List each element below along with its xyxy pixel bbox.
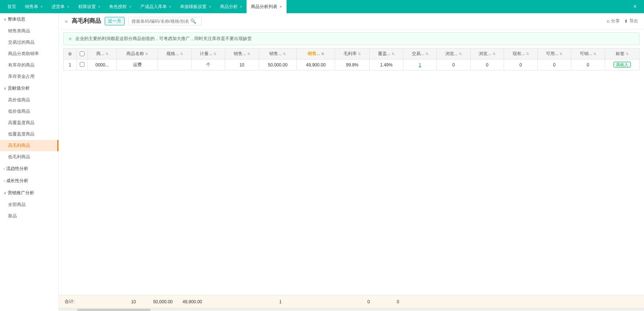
sidebar-item-low-coverage[interactable]: 低覆盖度商品 [0,129,58,140]
close-purchase-order[interactable]: × [67,4,69,9]
sort-name-icon[interactable]: ⇅ [145,52,148,56]
nav-purchase-order[interactable]: 进货单 × [47,0,73,13]
footer-empty4 [324,299,354,304]
sort-saleable-icon[interactable]: ⇅ [593,52,596,56]
col-tag[interactable]: 标签 ⇅ [605,48,639,59]
bottom-scrollbar[interactable] [59,308,644,311]
table-header-row: ⚙ 商... ⇅ 商品名称 [64,48,640,59]
sidebar-item-traded-goods[interactable]: 交易过的商品 [0,37,58,48]
row-transactions[interactable]: 1 [403,59,436,70]
info-banner: ✧ 企业的主要的利润都是这部分商品创造的，可考虑加大推广，同时关注库存是不要出现… [63,32,640,45]
row-checkbox[interactable] [80,62,84,67]
sort-current-icon[interactable]: ⇅ [526,52,529,56]
sort-transactions-icon[interactable]: ⇅ [425,52,428,56]
footer-transactions: 1 [266,299,295,304]
sidebar-group-overall[interactable]: ∨ 整体信息 [0,13,58,25]
nav-product-analysis[interactable]: 商品分析 × [216,0,247,13]
sidebar-group-contribution[interactable]: ∨ 贡献值分析 [0,82,58,94]
col-sales3[interactable]: 销售... ⇅ [297,48,335,59]
sort-code-icon[interactable]: ⇅ [105,52,108,56]
col-current[interactable]: 现有... ⇅ [504,48,537,59]
sidebar-item-inventory-capital[interactable]: 库存资金占用 [0,71,58,82]
row-available: 0 [537,59,571,70]
date-filter-button[interactable]: 近一月 [105,17,125,25]
sidebar-item-all-goods[interactable]: 全部商品 [0,199,58,210]
sidebar-item-category-rate[interactable]: 商品分类助销率 [0,48,58,59]
nav-permission-settings[interactable]: 权限设置 × [74,0,105,13]
col-sales1[interactable]: 销售... ⇅ [225,48,259,59]
col-transactions[interactable]: 交易... ⇅ [403,48,436,59]
col-settings[interactable]: ⚙ [64,48,77,59]
col-spec[interactable]: 规格... ⇅ [158,48,191,59]
footer-empty1 [207,299,236,304]
nav-product-analysis-list[interactable]: 商品分析列表 × [247,0,286,13]
col-browse2[interactable]: 浏览... ⇅ [470,48,504,59]
search-icon[interactable]: 🔍 [190,18,196,24]
col-browse1[interactable]: 浏览... ⇅ [437,48,470,59]
col-gross-rate[interactable]: 毛利率 ⇅ [335,48,370,59]
banner-text: 企业的主要的利润都是这部分商品创造的，可考虑加大推广，同时关注库存是不要出现缺货 [75,36,252,42]
sidebar-group-trend[interactable]: › 流趋性分析 [0,163,58,175]
close-product-analysis-list[interactable]: × [280,4,282,9]
row-checkbox-cell[interactable] [77,59,88,70]
col-saleable[interactable]: 可销... ⇅ [571,48,605,59]
settings-icon[interactable]: ⚙ [68,51,72,57]
col-name[interactable]: 商品名称 ⇅ [117,48,158,59]
nav-role-auth[interactable]: 角色授权 × [105,0,136,13]
window-close-button[interactable]: × [629,3,641,10]
sort-sales3-icon[interactable]: ⇅ [321,52,324,56]
sidebar-item-low-margin[interactable]: 低毛利商品 [0,151,58,163]
sort-unit-icon[interactable]: ⇅ [213,52,216,56]
sort-coverage-icon[interactable]: ⇅ [392,52,395,56]
nav-product-storage[interactable]: 产成品入库单 × [136,0,176,13]
footer-sales1: 10 [119,299,148,304]
sort-spec-icon[interactable]: ⇅ [180,52,183,56]
sidebar-item-sales-goods[interactable]: 销售类商品 [0,25,58,37]
close-permission-settings[interactable]: × [98,4,100,9]
nav-template-settings[interactable]: 单据模板设置 × [176,0,215,13]
sort-sales2-icon[interactable]: ⇅ [283,52,286,56]
sort-tag-icon[interactable]: ⇅ [626,52,629,56]
row-spec [158,59,191,70]
nav-sales-order[interactable]: 销售单 × [21,0,47,13]
sidebar-item-high-margin[interactable]: 高毛利商品 [0,140,58,151]
collapse-sidebar-button[interactable]: « [65,18,68,25]
close-sales-order[interactable]: × [40,4,43,9]
close-product-storage[interactable]: × [169,4,171,9]
sort-sales1-icon[interactable]: ⇅ [247,52,250,56]
col-sales2[interactable]: 销售... ⇅ [259,48,297,59]
sort-browse2-icon[interactable]: ⇅ [493,52,496,56]
select-all-checkbox[interactable] [80,51,84,56]
sidebar-item-high-value[interactable]: 高价值商品 [0,94,58,106]
header-actions: ⎋ 分享 ⬆ 导出 [607,18,638,24]
sidebar-group-growth[interactable]: › 成长性分析 [0,175,58,187]
scrollbar-thumb[interactable] [77,309,151,311]
sidebar-item-high-coverage[interactable]: 高覆盖度商品 [0,117,58,129]
row-gross-rate: 99.8% [335,59,370,70]
sort-browse1-icon[interactable]: ⇅ [459,52,462,56]
col-unit[interactable]: 计量... ⇅ [191,48,225,59]
top-navigation: 首页 销售单 × 进货单 × 权限设置 × 角色授权 × 产成品入库单 × 单据… [0,0,644,13]
footer-available: 0 [383,299,413,304]
sort-available-icon[interactable]: ⇅ [560,52,562,56]
share-button[interactable]: ⎋ 分享 [607,18,620,24]
sidebar-item-low-value[interactable]: 低价值商品 [0,106,58,117]
sidebar-item-stocked-goods[interactable]: 有库存的商品 [0,59,58,71]
export-button[interactable]: ⬆ 导出 [624,18,638,24]
col-code[interactable]: 商... ⇅ [88,48,117,59]
col-checkbox[interactable] [77,48,88,59]
col-coverage[interactable]: 覆盖... ⇅ [370,48,403,59]
close-role-auth[interactable]: × [129,4,131,9]
footer-current: 0 [354,299,383,304]
nav-home[interactable]: 首页 [3,0,21,13]
close-template-settings[interactable]: × [209,4,211,9]
col-available[interactable]: 可用... ⇅ [537,48,571,59]
arrow-trend: › [4,167,5,171]
sort-gross-rate-icon[interactable]: ⇅ [358,52,361,56]
sidebar-item-new-goods[interactable]: 新品 [0,210,58,222]
sidebar-group-marketing[interactable]: ∨ 营销推广分析 [0,187,58,199]
data-table: ⚙ 商... ⇅ 商品名称 [63,48,640,70]
footer-sales3: 49,900.00 [177,299,207,304]
close-product-analysis[interactable]: × [240,4,242,9]
search-input[interactable] [132,19,190,24]
